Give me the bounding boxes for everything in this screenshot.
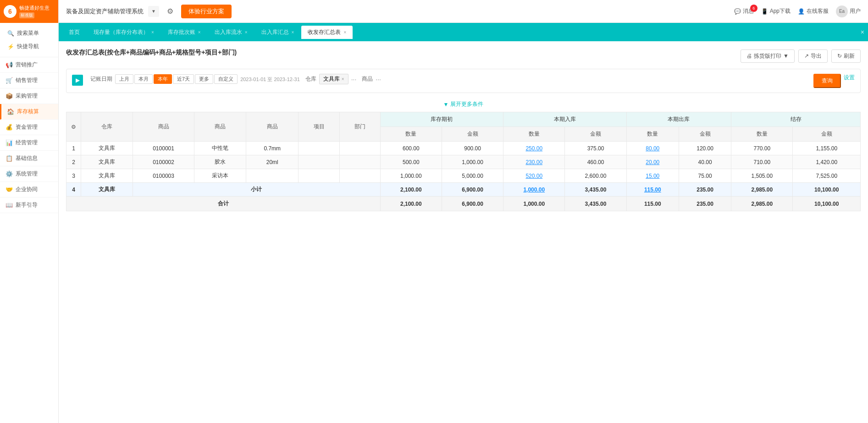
sidebar-item-label: 采购管理 — [16, 92, 38, 100]
finance-icon: 💰 — [6, 124, 13, 131]
print-dropdown-icon: ▼ — [783, 53, 789, 59]
date-btn-more[interactable]: 更多 — [195, 74, 213, 84]
tab-in-out-summary[interactable]: 出入库汇总 × — [255, 26, 301, 39]
sidebar-item-label: 新手引导 — [16, 201, 38, 209]
subtotal-init-amt: 6,900.00 — [442, 183, 503, 197]
system-icon: ⚙️ — [6, 170, 13, 178]
row-bal-qty: 770.00 — [731, 142, 793, 155]
tab-label: 出入库流水 — [215, 28, 242, 36]
system-dropdown-button[interactable]: ▼ — [148, 6, 159, 17]
col-code-header: 商品 — [133, 112, 194, 142]
print-label: 拣货版打印 — [754, 52, 781, 60]
warehouse-dots[interactable]: ··· — [351, 76, 357, 83]
tab-inventory-dist[interactable]: 现存量（库存分布表） × — [87, 26, 160, 39]
service-icon: 👤 — [798, 8, 805, 15]
main-area: 装备及固定资产辅助管理系统 ▼ ⚙ 体验行业方案 💬 消息 6 📱 App下载 … — [59, 0, 868, 423]
purchase-icon: 📦 — [6, 93, 13, 100]
tab-in-out-flow[interactable]: 出入库流水 × — [208, 26, 254, 39]
date-btn-custom[interactable]: 自定义 — [214, 74, 238, 84]
sidebar-item-label: 资金管理 — [16, 123, 38, 131]
filter-toggle-button[interactable]: ▶ — [72, 75, 83, 86]
row-project — [299, 155, 339, 169]
subtotal-in-amt: 3,435.00 — [565, 183, 626, 197]
subtotal-warehouse: 文具库 — [81, 183, 133, 197]
subtotal-out-qty[interactable]: 115.00 — [626, 183, 679, 197]
date-btn-this-month[interactable]: 本月 — [134, 74, 153, 84]
tab-close-icon[interactable]: × — [245, 30, 248, 35]
sidebar-item-basic[interactable]: 📋 基础信息 — [0, 151, 58, 166]
row-init-qty: 1,000.00 — [380, 169, 442, 183]
col-spec-header: 商品 — [246, 112, 299, 142]
sidebar-item-corp[interactable]: 🤝 企业协同 — [0, 182, 58, 198]
settings-link[interactable]: 设置 — [844, 74, 855, 88]
row-in-qty[interactable]: 250.00 — [503, 142, 565, 155]
print-button[interactable]: 🖨 拣货版打印 ▼ — [741, 49, 795, 63]
row-bal-qty: 710.00 — [731, 155, 793, 169]
tabbar-close-icon[interactable]: × — [861, 28, 864, 36]
refresh-label: 刷新 — [844, 52, 855, 60]
row-in-qty[interactable]: 520.00 — [503, 169, 565, 183]
row-out-qty[interactable]: 80.00 — [626, 142, 679, 155]
table-row: 1 文具库 0100001 中性笔 0.7mm 600.00 900.00 25… — [66, 142, 861, 155]
tab-close-icon[interactable]: × — [198, 30, 201, 35]
corp-icon: 🤝 — [6, 186, 13, 193]
trial-button[interactable]: 体验行业方案 — [181, 5, 232, 18]
refresh-icon: ↻ — [837, 53, 842, 59]
sidebar-item-purchase[interactable]: 📦 采购管理 — [0, 88, 58, 104]
sidebar-item-marketing[interactable]: 📢 营销推广 — [0, 57, 58, 73]
date-btn-prev-month[interactable]: 上月 — [115, 74, 133, 84]
row-in-qty[interactable]: 230.00 — [503, 155, 565, 169]
page-title: 收发存汇总表(按仓库+商品编码+商品+规格型号+项目+部门) — [66, 49, 237, 57]
row-no: 3 — [66, 169, 81, 183]
app-download-button[interactable]: 📱 App下载 — [761, 7, 791, 15]
expand-conditions-button[interactable]: ▼ 展开更多条件 — [443, 100, 484, 108]
user-button[interactable]: Ea 用户 — [836, 5, 861, 17]
sales-icon: 🛒 — [6, 77, 13, 84]
tab-close-icon[interactable]: × — [151, 30, 154, 35]
refresh-button[interactable]: ↻ 刷新 — [831, 49, 861, 63]
col-group-initial: 库存期初 — [380, 112, 503, 127]
service-label: 在线客服 — [807, 7, 829, 15]
tab-batch[interactable]: 库存批次账 × — [161, 26, 207, 39]
warehouse-tag[interactable]: 文具库 × — [319, 74, 348, 84]
row-out-qty[interactable]: 15.00 — [626, 169, 679, 183]
row-spec: 0.7mm — [246, 142, 299, 155]
footer-row: 合计 2,100.00 6,900.00 1,000.00 3,435.00 1… — [66, 197, 861, 211]
warehouse-tag-close-icon[interactable]: × — [342, 77, 344, 82]
tab-home-label: 首页 — [69, 28, 80, 36]
sidebar-item-finance[interactable]: 💰 资金管理 — [0, 120, 58, 135]
subtotal-in-qty[interactable]: 1,000.00 — [503, 183, 565, 197]
tab-close-icon[interactable]: × — [343, 30, 346, 35]
sidebar-item-guide[interactable]: 📖 新手引导 — [0, 198, 58, 213]
row-project — [299, 142, 339, 155]
col-product-header: 商品 — [194, 112, 246, 142]
query-button[interactable]: 查询 — [813, 74, 841, 88]
sidebar-item-operation[interactable]: 📊 经营管理 — [0, 135, 58, 151]
message-button[interactable]: 💬 消息 6 — [734, 7, 754, 15]
search-menu-item[interactable]: 🔍 搜索菜单 — [4, 27, 55, 40]
tabbar: 首页 现存量（库存分布表） × 库存批次账 × 出入库流水 × 出入库汇总 × … — [59, 23, 868, 41]
sidebar-item-sales[interactable]: 🛒 销售管理 — [0, 73, 58, 88]
col-dept-header: 部门 — [339, 112, 380, 142]
row-in-amt: 375.00 — [565, 142, 626, 155]
subtotal-bal-qty: 2,985.00 — [731, 183, 793, 197]
row-init-qty: 500.00 — [380, 155, 442, 169]
export-button[interactable]: ↗ 导出 — [798, 49, 828, 63]
row-out-qty[interactable]: 20.00 — [626, 155, 679, 169]
tab-close-icon[interactable]: × — [292, 30, 294, 35]
row-bal-amt: 1,420.00 — [793, 155, 861, 169]
col-settings-header[interactable]: ⚙ — [66, 112, 81, 142]
settings-icon-button[interactable]: ⚙ — [164, 5, 177, 18]
sidebar-item-inventory[interactable]: 🏠 库存核算 — [0, 104, 58, 120]
quick-nav-item[interactable]: ⚡ 快捷导航 — [4, 40, 55, 53]
online-service-button[interactable]: 👤 在线客服 — [798, 7, 829, 15]
expand-conditions-bar: ▼ 展开更多条件 — [66, 97, 861, 112]
row-in-amt: 2,600.00 — [565, 169, 626, 183]
subtotal-out-amt: 235.00 — [679, 183, 731, 197]
tab-recv-send[interactable]: 收发存汇总表 × — [301, 26, 353, 39]
product-dots[interactable]: ··· — [376, 76, 381, 83]
tab-home[interactable]: 首页 — [62, 26, 86, 39]
date-btn-this-year[interactable]: 本年 — [154, 74, 172, 84]
sidebar-item-system[interactable]: ⚙️ 系统管理 — [0, 166, 58, 182]
date-btn-7days[interactable]: 近7天 — [173, 74, 194, 84]
